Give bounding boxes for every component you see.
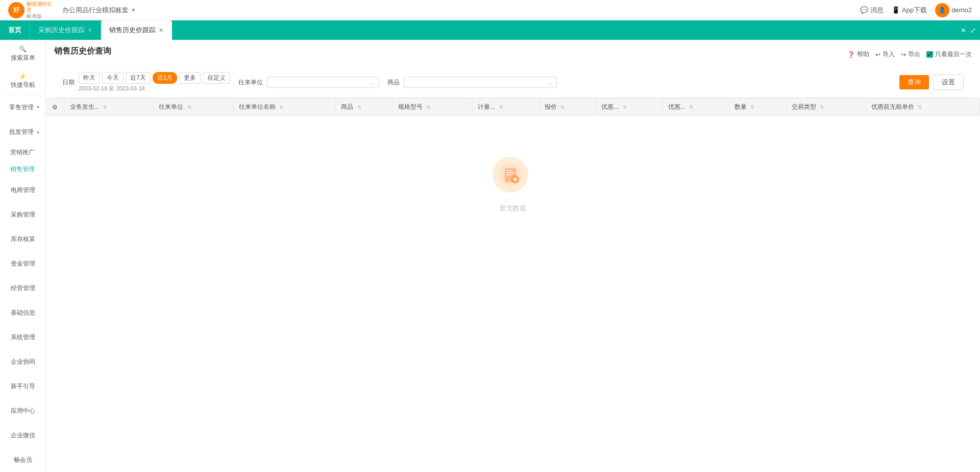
date-yesterday-btn[interactable]: 昨天 <box>79 72 100 84</box>
goods-label: 商品 <box>387 78 400 87</box>
header-right: 💬 消息 📱 App下载 👤 demo2 <box>860 3 972 17</box>
toolbar-right: ❓ 帮助 ↩ 导入 ↪ 导出 只看最后一次 <box>847 50 972 59</box>
sort-icon-partner-name: ⇅ <box>279 104 283 110</box>
counterpart-filter-group: 往来单位 ... <box>238 77 379 88</box>
svg-rect-2 <box>506 170 512 171</box>
sidebar-item-vip[interactable]: 畅会员 <box>0 447 45 472</box>
sidebar-item-operations[interactable]: 经营管理 <box>0 276 45 300</box>
logo-area: 好 畅捷通好生意 标准版 <box>8 1 54 19</box>
app-download-button[interactable]: 📱 App下载 <box>892 6 927 15</box>
th-discount2[interactable]: 优惠... ⇅ <box>663 99 729 116</box>
goods-placeholder: ... <box>547 79 552 86</box>
empty-text: 暂无数据 <box>500 204 526 213</box>
tab-purchase[interactable]: 采购历史价跟踪 ✕ <box>30 20 101 40</box>
sidebar-sub-salesmanage[interactable]: 销售管理 <box>0 161 45 178</box>
tab-purchase-label: 采购历史价跟踪 <box>38 26 85 35</box>
date-today-btn[interactable]: 今天 <box>102 72 124 84</box>
th-spec[interactable]: 规格型号 ⇅ <box>393 99 472 116</box>
th-biz-date[interactable]: 业务发生... ⇅ <box>64 99 154 116</box>
th-gear[interactable]: ⚙ <box>46 99 64 116</box>
sidebar-item-system[interactable]: 系统管理 <box>0 325 45 349</box>
th-goods[interactable]: 商品 ⇅ <box>336 99 393 116</box>
sidebar-item-shortcut[interactable]: ⚡ 快捷导航 <box>0 67 45 95</box>
table-header: ⚙ 业务发生... ⇅ 往来单位 ⇅ 往来单位名称 ⇅ <box>46 99 980 116</box>
th-qty[interactable]: 数量 ⇅ <box>729 99 786 116</box>
import-icon: ↩ <box>875 51 880 58</box>
header-dropdown[interactable]: 办公用品行业模拟账套 ▾ <box>62 6 135 15</box>
settings-button[interactable]: 设置 <box>933 75 964 90</box>
help-icon: ❓ <box>847 51 855 58</box>
wholesale-arrow-icon: ▴ <box>37 128 39 135</box>
th-trade-type[interactable]: 交易类型 ⇅ <box>786 99 866 116</box>
counterpart-label: 往来单位 <box>238 78 263 87</box>
th-quote[interactable]: 报价 ⇅ <box>539 99 596 116</box>
sidebar-section-main: 零售管理 ▾ 批发管理 ▴ 营销推广 销售管理 电商管理 采购管理 库存核算 <box>0 95 45 472</box>
table-container: ⚙ 业务发生... ⇅ 往来单位 ⇅ 往来单位名称 ⇅ <box>46 99 980 472</box>
export-button[interactable]: ↪ 导出 <box>901 50 920 59</box>
logo-text: 畅捷通好生意 标准版 <box>27 1 54 19</box>
empty-icon <box>493 157 533 198</box>
user-avatar-icon: 👤 <box>939 7 946 13</box>
tab-maximize-icon[interactable]: ⤢ <box>970 27 976 34</box>
sort-icon-qty: ⇅ <box>750 104 754 110</box>
sidebar-item-search[interactable]: 🔍 搜索菜单 <box>0 40 45 67</box>
date-buttons: 昨天 今天 近7天 近1月 更多 自定义 <box>79 72 230 84</box>
tab-sales[interactable]: 销售历史价跟踪 ✕ <box>101 20 172 40</box>
tab-close-all-icon[interactable]: ✕ <box>961 27 966 34</box>
date-7days-btn[interactable]: 近7天 <box>126 72 151 84</box>
sidebar-item-enterprise[interactable]: 企业协同 <box>0 349 45 374</box>
sidebar-item-wholesale[interactable]: 批发管理 ▴ <box>0 120 45 144</box>
goods-filter-group: 商品 ... <box>387 77 557 88</box>
sidebar-item-guide[interactable]: 新手引导 <box>0 374 45 398</box>
sidebar-item-purchase[interactable]: 采购管理 <box>0 202 45 227</box>
help-button[interactable]: ❓ 帮助 <box>847 50 869 59</box>
date-range-display: 2023-02-18 至 2023-03-18 <box>79 85 230 92</box>
logo-icon: 好 <box>8 2 24 18</box>
tab-bar: 首页 采购历史价跟踪 ✕ 销售历史价跟踪 ✕ ✕ ⤢ <box>0 20 980 40</box>
sidebar-item-ecommerce[interactable]: 电商管理 <box>0 178 45 202</box>
sort-icon-biz-date: ⇅ <box>103 104 107 110</box>
sidebar-item-retail[interactable]: 零售管理 ▾ <box>0 95 45 120</box>
th-discount1[interactable]: 优惠... ⇅ <box>596 99 663 116</box>
last-only-checkbox[interactable] <box>926 51 933 58</box>
retail-arrow-icon: ▾ <box>37 104 39 111</box>
sidebar-item-finance[interactable]: 资金管理 <box>0 251 45 276</box>
user-avatar-button[interactable]: 👤 demo2 <box>935 3 972 17</box>
filter-actions: 查询 设置 <box>899 75 964 90</box>
date-more-btn[interactable]: 更多 <box>179 72 201 84</box>
header-middle: 办公用品行业模拟账套 ▾ <box>54 6 860 15</box>
svg-rect-3 <box>506 172 514 173</box>
last-only-checkbox-label[interactable]: 只看最后一次 <box>926 50 972 59</box>
export-icon: ↪ <box>901 51 906 58</box>
query-button[interactable]: 查询 <box>899 75 929 89</box>
tab-sales-close-icon[interactable]: ✕ <box>159 27 163 34</box>
import-button[interactable]: ↩ 导入 <box>875 50 895 59</box>
sort-icon-quote: ⇅ <box>560 104 565 110</box>
tab-purchase-close-icon[interactable]: ✕ <box>88 27 92 34</box>
date-label: 日期 <box>62 78 75 87</box>
empty-state: 暂无数据 <box>46 116 980 254</box>
sidebar-item-appstore[interactable]: 应用中心 <box>0 398 45 423</box>
date-filter-group: 日期 昨天 今天 近7天 近1月 更多 自定义 2023-02-18 至 202… <box>62 72 230 92</box>
th-partner-name[interactable]: 往来单位名称 ⇅ <box>233 99 336 116</box>
empty-illustration <box>493 157 528 193</box>
sidebar-item-basic[interactable]: 基础信息 <box>0 300 45 325</box>
content-area: 销售历史价查询 ❓ 帮助 ↩ 导入 ↪ 导出 <box>46 40 980 472</box>
date-custom-btn[interactable]: 自定义 <box>203 72 230 84</box>
sidebar-item-wechat[interactable]: 企业微信 <box>0 423 45 447</box>
th-pretax-price[interactable]: 优惠前无税单价 ⇅ <box>866 99 980 116</box>
sidebar-item-inventory[interactable]: 库存核算 <box>0 227 45 251</box>
sort-icon-pretax-price: ⇅ <box>918 104 922 110</box>
goods-input[interactable]: ... <box>404 77 557 88</box>
sort-icon-discount1: ⇅ <box>623 104 627 110</box>
message-button[interactable]: 💬 消息 <box>860 6 884 15</box>
tab-home[interactable]: 首页 <box>0 20 30 40</box>
sidebar-sub-marketing[interactable]: 营销推广 <box>0 144 45 161</box>
th-partner-code[interactable]: 往来单位 ⇅ <box>154 99 233 116</box>
date-1month-btn[interactable]: 近1月 <box>153 72 178 84</box>
counterpart-input[interactable]: ... <box>267 77 379 88</box>
sort-icon-unit: ⇅ <box>499 104 503 110</box>
data-table: ⚙ 业务发生... ⇅ 往来单位 ⇅ 往来单位名称 ⇅ <box>46 99 980 116</box>
search-icon: 🔍 <box>19 45 27 54</box>
th-unit[interactable]: 计量... ⇅ <box>473 99 539 116</box>
